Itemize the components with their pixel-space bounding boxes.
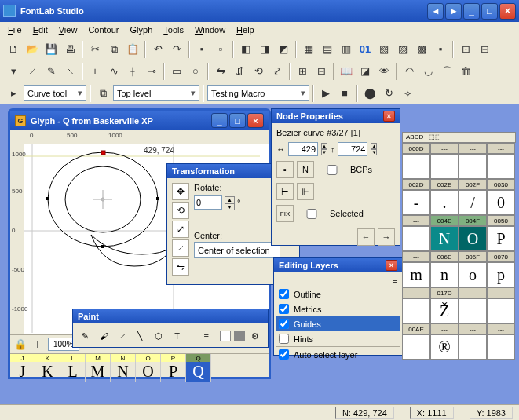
table-cell-P[interactable]: P: [487, 226, 515, 251]
table-cell[interactable]: [430, 154, 459, 179]
node-type-2-icon[interactable]: N: [297, 161, 314, 178]
paint-brush-icon[interactable]: 🖌: [96, 328, 111, 344]
table-cell-N[interactable]: N: [430, 226, 459, 251]
copy-icon[interactable]: ⧉: [105, 41, 122, 58]
metrics-checkbox[interactable]: [279, 304, 289, 314]
panel-10-icon[interactable]: ▩: [413, 41, 430, 58]
table-cell[interactable]: p: [487, 262, 515, 287]
panel-6-icon[interactable]: ▥: [338, 41, 355, 58]
curve-icon[interactable]: ∿: [105, 63, 122, 80]
transform-scale-icon[interactable]: ⤢: [172, 221, 189, 238]
hints-checkbox[interactable]: [279, 334, 289, 344]
new-icon[interactable]: 🗋: [5, 41, 22, 58]
level-icon[interactable]: ⧉: [94, 85, 111, 102]
paint-settings-icon[interactable]: ⚙: [248, 328, 263, 344]
menu-contour[interactable]: Contour: [88, 25, 119, 35]
layer-auto[interactable]: Auto select layer: [276, 346, 400, 362]
table-cell[interactable]: [402, 154, 430, 179]
ellipse-icon[interactable]: ○: [187, 63, 204, 80]
transform-move-icon[interactable]: ✥: [172, 183, 189, 200]
paint-poly-icon[interactable]: ⬡: [152, 328, 166, 344]
table-cell[interactable]: [487, 298, 515, 323]
menu-file[interactable]: File: [8, 25, 22, 35]
arrow-tool-icon[interactable]: ▾: [5, 63, 22, 80]
menu-tools[interactable]: Tools: [163, 25, 184, 35]
trash-icon[interactable]: 🗑: [457, 63, 474, 80]
table-cell[interactable]: n: [430, 262, 459, 287]
panel-1-icon[interactable]: ◧: [237, 41, 254, 58]
lock-icon[interactable]: 🔒: [13, 338, 27, 352]
table-cell[interactable]: /: [459, 190, 487, 215]
table-cell[interactable]: m: [402, 262, 430, 287]
tangent-icon[interactable]: ⊸: [143, 63, 160, 80]
table-cell[interactable]: [487, 334, 515, 360]
stop-icon[interactable]: ■: [336, 85, 353, 102]
glyph-close-button[interactable]: ×: [247, 113, 264, 128]
corner-icon[interactable]: ⟊: [124, 63, 141, 80]
paint-pen-icon[interactable]: ✎: [78, 328, 93, 344]
table-cell[interactable]: o: [459, 262, 487, 287]
glyph-cell-J[interactable]: J: [10, 362, 35, 382]
reload-icon[interactable]: ↻: [380, 85, 397, 102]
hflip-icon[interactable]: ⇋: [212, 63, 229, 80]
table-cell[interactable]: [402, 298, 430, 323]
panel-11-icon[interactable]: ▪: [432, 41, 449, 58]
eye-icon[interactable]: 👁: [375, 63, 393, 80]
layer-hints[interactable]: Hints: [276, 331, 400, 346]
node-align-1-icon[interactable]: ⊢: [276, 183, 294, 200]
rotate-input[interactable]: [194, 195, 222, 210]
auto-checkbox[interactable]: [279, 349, 289, 360]
layers-menu-icon[interactable]: ≡: [393, 276, 397, 285]
play-icon[interactable]: ▶: [317, 85, 334, 102]
table-cell[interactable]: 0: [487, 190, 515, 215]
table-cell[interactable]: .: [430, 190, 459, 215]
y-up[interactable]: ▲: [371, 143, 377, 149]
node-prev-button[interactable]: ←: [357, 228, 375, 246]
table-cell-O[interactable]: O: [459, 226, 487, 251]
rotate-icon[interactable]: ⟲: [250, 63, 267, 80]
book-icon[interactable]: 📖: [338, 63, 355, 80]
guides-checkbox[interactable]: [279, 319, 289, 329]
menu-help[interactable]: Help: [236, 25, 254, 35]
layer-metrics[interactable]: Metrics: [276, 301, 400, 316]
node-next-button[interactable]: →: [378, 228, 395, 246]
path-2-icon[interactable]: ◡: [419, 63, 437, 80]
vflip-icon[interactable]: ⇵: [231, 63, 248, 80]
table-cell[interactable]: [459, 298, 487, 323]
paste-icon[interactable]: 📋: [124, 41, 141, 58]
table-cell[interactable]: [487, 154, 515, 179]
eraser-tool-icon[interactable]: ⟋: [24, 63, 41, 80]
table-cell[interactable]: [402, 226, 430, 251]
tool-b-icon[interactable]: ▫: [212, 41, 229, 58]
layer-outline[interactable]: Outline: [276, 287, 400, 301]
table-cell[interactable]: [402, 334, 430, 360]
x-up[interactable]: ▲: [321, 143, 327, 149]
paint-color-2[interactable]: [234, 331, 245, 341]
rotate-down[interactable]: ▼: [225, 203, 235, 210]
redo-icon[interactable]: ↷: [168, 41, 185, 58]
knife-tool-icon[interactable]: ✎: [42, 63, 60, 80]
glyph-maximize-button[interactable]: □: [229, 113, 246, 128]
node-y-input[interactable]: [338, 142, 367, 156]
glyph-cell-M[interactable]: M: [86, 362, 110, 382]
save-icon[interactable]: 💾: [42, 41, 60, 58]
glyph-cell-L[interactable]: L: [60, 362, 85, 382]
grid-icon[interactable]: ⊞: [294, 63, 311, 80]
table-cell[interactable]: [459, 154, 487, 179]
edit-macro-icon[interactable]: ⟡: [399, 85, 416, 102]
snap-icon[interactable]: ⊟: [312, 63, 330, 80]
table-cell[interactable]: ®: [430, 334, 459, 360]
minimize-button[interactable]: _: [463, 3, 480, 20]
open-icon[interactable]: 📂: [24, 41, 41, 58]
measure-tool-icon[interactable]: ⟍: [61, 63, 79, 80]
menu-window[interactable]: Window: [195, 25, 225, 35]
outline-checkbox[interactable]: [279, 289, 289, 299]
macro-select[interactable]: Testing Macro▾: [207, 85, 309, 101]
panel-4-icon[interactable]: ▦: [300, 41, 317, 58]
glyph-cell-N[interactable]: N: [111, 362, 135, 382]
table-cell[interactable]: [459, 334, 487, 360]
close-button[interactable]: ×: [499, 3, 516, 20]
panel-7-icon[interactable]: 01: [356, 41, 374, 58]
dock-left-button[interactable]: ◂: [427, 3, 444, 20]
panel-3-icon[interactable]: ◩: [275, 41, 292, 58]
